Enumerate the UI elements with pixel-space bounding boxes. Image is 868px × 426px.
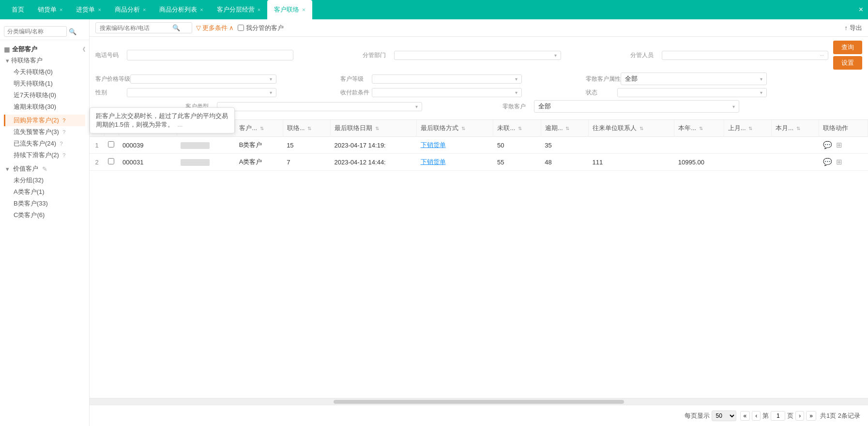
page-number-input[interactable] [771,411,785,421]
sidebar-all-customers[interactable]: ▦ 全部客户 《 [4,43,85,55]
row2-chat-icon[interactable]: 💬 [823,158,832,166]
filter-field-gender: 性别 ▾ [95,88,276,97]
row2-select-checkbox[interactable] [108,158,114,164]
more-conditions-btn[interactable]: ▽ 更多条件 ∧ [196,24,234,32]
sidebar-item-repurchase[interactable]: 回购异常客户(2) ? [4,115,85,126]
close-customer-tier-tab[interactable]: × [258,7,260,13]
page-size-select[interactable]: 50 100 200 [712,411,736,421]
close-product-list-tab[interactable]: × [200,7,203,13]
settings-button[interactable]: 设置 [833,56,862,70]
nav-tab-home[interactable]: 首页 [5,0,31,19]
scroll-thumb[interactable] [334,400,624,404]
filter-field-payment: 收付款条件 ▾ [340,88,521,97]
sidebar-item-class-b[interactable]: B类客户(33) [4,198,85,209]
payment-select[interactable]: ▾ [372,88,521,97]
sidebar-item-unclassified[interactable]: 未分组(32) [4,175,85,186]
sidebar-item-churned[interactable]: 已流失客户(24) ? [4,138,85,149]
sidebar-group-value[interactable]: ▾ 价值客户 ✎ [4,163,85,175]
filter-field-retail-customer: 零散客户 全部 ▾ [503,100,739,113]
my-customers-checkbox[interactable] [238,25,244,31]
sidebar-group-pending[interactable]: ▾ 待联络客户 [4,55,85,66]
sidebar-special-item-area: 回购异常客户(2) ? 流失预警客户(3) ? 已流失客户(24) ? 持续下滑… [0,114,89,162]
sidebar-item-tomorrow[interactable]: 明天待联络(1) [4,78,85,89]
th-this-year: 本年... ⇅ [674,120,724,137]
filter-search-box: 🔍 [95,22,192,33]
total-records: 共1页 2条记录 [820,411,860,420]
customer-level-select[interactable]: ▾ [372,74,521,84]
sidebar-collapse-btn[interactable]: 《 [80,46,85,53]
sort-icon-tmonth: ⇅ [796,126,800,131]
filter-field-phone: 电话号码 [95,50,293,60]
caret-icon6: ▾ [270,90,272,95]
export-button[interactable]: ↑ 导出 [845,24,863,32]
th-not-contacted: 未联... ⇅ [493,120,541,137]
last-page-btn[interactable]: » [806,411,816,421]
query-button[interactable]: 查询 [833,41,862,54]
row1-more-icon[interactable]: ⊞ [836,141,842,149]
filter-field-department: 分管部门 ▾ [363,51,561,60]
next-page-btn[interactable]: › [795,411,804,421]
table-row: 2 000031 A类客户 7 2023-04-12 14:44: 下销货单 [90,154,868,171]
manager-select[interactable]: ··· [662,51,828,60]
caret-icon4: ▾ [515,76,518,82]
nav-tab-customer-tier[interactable]: 客户分层经营 × [210,0,267,19]
row2-last-method: 下销货单 [417,154,493,171]
sidebar-item-7days[interactable]: 近7天待联络(0) [4,89,85,101]
close-product-analysis-tab[interactable]: × [143,7,146,13]
nav-tab-product-analysis[interactable]: 商品分析 × [108,0,152,19]
row2-more-icon[interactable]: ⊞ [836,158,842,166]
filter-row-3: 性别 ▾ 收付款条件 ▾ 状态 ▾ [95,88,862,97]
filter-field-status: 状态 ▾ [586,88,767,97]
sort-icon-person: ⇅ [640,126,643,131]
row1-select-checkbox[interactable] [108,141,114,147]
first-page-btn[interactable]: « [740,411,750,421]
sidebar-item-declining[interactable]: 持续下滑客户(2) ? [4,149,85,161]
customer-type-select[interactable]: ▾ [217,102,422,111]
nav-tab-purchase[interactable]: 进货单 × [69,0,107,19]
status-select[interactable]: ▾ [617,88,767,97]
sidebar-item-today[interactable]: 今天待联络(0) [4,66,85,78]
customer-table: ⚙ 客户编码 ⇅ 客户名称 ⇅ [90,120,868,398]
my-customers-filter: 我分管的客户 [238,24,284,32]
price-level-select[interactable]: ▾ [130,74,276,84]
filter-icon: ▽ [196,24,201,31]
close-sales-tab[interactable]: × [60,7,62,13]
row1-last-month [724,137,771,154]
prev-page-btn[interactable]: ‹ [752,411,761,421]
horizontal-scrollbar[interactable] [90,398,868,405]
row2-method-link[interactable]: 下销货单 [421,158,446,165]
row1-method-link[interactable]: 下销货单 [421,141,446,148]
row1-actions: 💬 ⊞ [819,137,868,154]
sidebar-item-overdue[interactable]: 逾期未联络(30) [4,101,85,113]
caret-icon2: ··· [820,53,824,58]
filter-search-icon[interactable]: 🔍 [172,24,180,31]
sidebar-item-class-a[interactable]: A类客户(1) [4,186,85,198]
nav-tab-product-list[interactable]: 商品分析列表 × [152,0,210,19]
retail-attr-select[interactable]: 全部 ▾ [621,73,767,85]
close-window-button[interactable]: × [859,5,863,14]
phone-input[interactable] [127,50,293,60]
row2-name-blurred [181,159,210,166]
row1-name-blurred [181,142,210,149]
nav-tab-sales[interactable]: 销货单 × [31,0,69,19]
sidebar-item-class-c[interactable]: C类客户(6) [4,209,85,221]
gender-select[interactable]: ▾ [127,88,276,97]
filter-row-2: 客户价格等级 ▾ 客户等级 ▾ 零散客户属性 全部 [95,73,862,85]
sidebar-search-input[interactable] [4,26,67,37]
page-size-area: 每页显示 50 100 200 [685,411,736,421]
sidebar-search-icon[interactable]: 🔍 [69,28,76,35]
filter-search-input[interactable] [100,25,172,31]
row1-chat-icon[interactable]: 💬 [823,141,832,149]
nav-tab-customer-contact[interactable]: 客户联络 × [267,0,312,19]
row1-this-month [772,137,819,154]
department-select[interactable]: ▾ [394,51,561,60]
th-last-date: 最后联络日期 ⇅ [330,120,416,137]
close-customer-contact-tab[interactable]: × [302,7,305,13]
retail-customer-select[interactable]: 全部 ▾ [534,100,739,113]
close-purchase-tab[interactable]: × [98,7,101,13]
sidebar-item-churn-warning[interactable]: 流失预警客户(3) ? [4,126,85,138]
chevron-down-icon: ∧ [229,24,234,31]
edit-icon-value[interactable]: ✎ [42,165,47,173]
sidebar-value-group-area: ▾ 价值客户 ✎ 未分组(32) A类客户(1) B类客户(33) C类客户(6… [0,162,89,222]
row1-action-icons: 💬 ⊞ [823,141,864,149]
